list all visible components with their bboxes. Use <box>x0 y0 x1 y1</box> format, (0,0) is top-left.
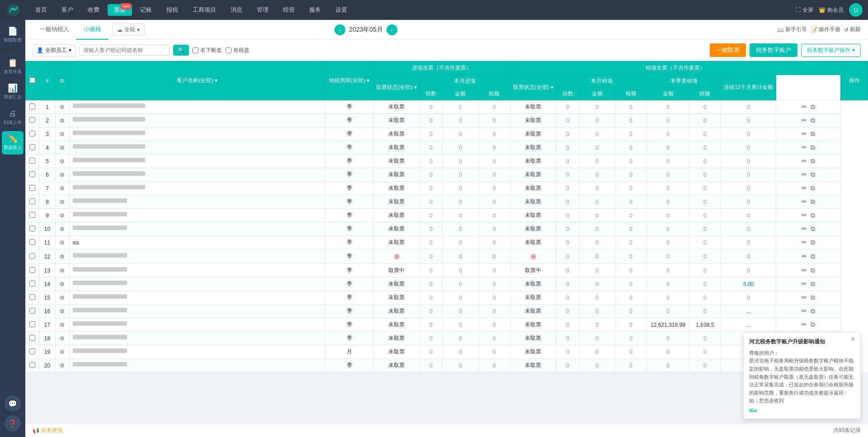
edit-icon[interactable]: ✏ <box>801 117 808 124</box>
row-settings-cell[interactable]: ⚙ <box>56 222 69 236</box>
own-accounts-checkbox[interactable] <box>193 47 198 53</box>
row-checkbox-cell[interactable] <box>26 277 39 291</box>
copy-icon[interactable]: ⧉ <box>810 103 816 110</box>
row-settings-cell[interactable]: ⚙ <box>56 100 69 114</box>
copy-icon[interactable]: ⧉ <box>810 321 816 328</box>
edit-icon[interactable]: ✏ <box>801 294 808 301</box>
row-settings-cell[interactable]: ⚙ <box>56 114 69 127</box>
refresh-btn[interactable]: ↺ 刷新 <box>844 26 861 33</box>
row-settings-cell[interactable]: ⚙ <box>56 141 69 155</box>
row-settings-cell[interactable]: ⚙ <box>56 277 69 291</box>
row-settings-icon[interactable]: ⚙ <box>60 268 65 274</box>
copy-icon[interactable]: ⧉ <box>810 157 816 164</box>
row-checkbox[interactable] <box>29 308 35 314</box>
tab-general-taxpayer[interactable]: 一般纳税人 <box>33 20 76 40</box>
row-settings-cell[interactable]: ⚙ <box>56 249 69 264</box>
tax-disk-checkbox[interactable] <box>226 47 231 53</box>
row-checkbox[interactable] <box>29 171 35 177</box>
row-checkbox-cell[interactable] <box>26 114 39 127</box>
row-checkbox-cell[interactable] <box>26 155 39 168</box>
row-checkbox-cell[interactable] <box>26 209 39 222</box>
nav-billing[interactable]: 收费 <box>81 4 106 16</box>
row-checkbox-cell[interactable] <box>26 195 39 209</box>
row-settings-cell[interactable]: ⚙ <box>56 264 69 277</box>
row-checkbox-cell[interactable] <box>26 249 39 264</box>
row-checkbox[interactable] <box>29 321 35 327</box>
sidebar-item-scan-upload[interactable]: 🖨 扫描上传 <box>2 106 24 129</box>
row-checkbox[interactable] <box>29 117 35 123</box>
notification-close-btn[interactable]: ✕ <box>850 335 856 343</box>
checkbox-has-tax-disk[interactable]: 有税盘 <box>226 47 250 54</box>
nav-settings[interactable]: 设置 <box>329 4 354 16</box>
row-settings-icon[interactable]: ⚙ <box>60 172 65 178</box>
row-settings-icon[interactable]: ⚙ <box>60 145 65 151</box>
edit-icon[interactable]: ✏ <box>801 211 808 219</box>
row-settings-icon[interactable]: ⚙ <box>60 185 65 192</box>
sidebar-item-invoice-entry[interactable]: ✏️ 票据录入 <box>2 131 24 155</box>
row-settings-icon[interactable]: ⚙ <box>60 212 65 219</box>
row-checkbox[interactable] <box>29 281 35 287</box>
edit-icon[interactable]: ✏ <box>801 321 808 328</box>
row-checkbox[interactable] <box>29 212 35 218</box>
row-checkbox[interactable] <box>29 103 35 109</box>
row-settings-icon[interactable]: ⚙ <box>60 349 65 355</box>
copy-icon[interactable]: ⧉ <box>810 294 816 301</box>
row-checkbox[interactable] <box>29 185 35 191</box>
sidebar-help-btn[interactable]: ❓ <box>5 415 21 432</box>
sidebar-chat-btn[interactable]: 💬 <box>5 395 21 412</box>
row-settings-icon[interactable]: ⚙ <box>60 158 65 164</box>
row-checkbox[interactable] <box>29 335 35 341</box>
edit-icon[interactable]: ✏ <box>801 103 808 110</box>
row-checkbox-cell[interactable] <box>26 168 39 182</box>
period-prev-btn[interactable]: ‹ <box>335 24 345 35</box>
row-checkbox-cell[interactable] <box>26 236 39 249</box>
copy-icon[interactable]: ⧉ <box>810 117 816 124</box>
row-checkbox[interactable] <box>29 362 35 368</box>
row-settings-icon[interactable]: ⚙ <box>60 131 65 137</box>
copy-icon[interactable]: ⧉ <box>810 211 816 219</box>
row-checkbox[interactable] <box>29 267 35 273</box>
row-checkbox[interactable] <box>29 144 35 150</box>
user-avatar[interactable]: U <box>849 3 863 17</box>
edit-icon[interactable]: ✏ <box>801 157 808 164</box>
row-checkbox-cell[interactable] <box>26 100 39 114</box>
copy-icon[interactable]: ⧉ <box>810 253 816 260</box>
one-click-ticket-btn[interactable]: 一键取票 <box>710 43 746 57</box>
logo[interactable] <box>5 2 22 18</box>
copy-icon[interactable]: ⧉ <box>810 267 816 274</box>
row-settings-cell[interactable]: ⚙ <box>56 318 69 332</box>
nav-tax[interactable]: 报税 <box>160 4 184 16</box>
edit-icon[interactable]: ✏ <box>801 198 808 205</box>
row-checkbox-cell[interactable] <box>26 127 39 141</box>
nav-service[interactable]: 服务 <box>303 4 327 16</box>
edit-icon[interactable]: ✏ <box>801 239 808 246</box>
col-checkbox-header[interactable] <box>26 61 39 100</box>
edit-icon[interactable]: ✏ <box>801 280 808 287</box>
row-settings-icon[interactable]: ⚙ <box>60 322 65 328</box>
row-settings-icon[interactable]: ⚙ <box>60 254 65 260</box>
copy-icon[interactable]: ⧉ <box>810 171 816 178</box>
edit-icon[interactable]: ✏ <box>801 144 808 151</box>
sidebar-item-smart-ticket[interactable]: 📄 智能取票 <box>2 23 24 47</box>
edit-icon[interactable]: ✏ <box>801 225 808 232</box>
copy-icon[interactable]: ⧉ <box>810 239 816 246</box>
edit-icon[interactable]: ✏ <box>801 171 808 178</box>
copy-icon[interactable]: ⧉ <box>810 130 816 137</box>
col-settings-header[interactable]: ⚙ <box>56 61 69 100</box>
copy-icon[interactable]: ⧉ <box>810 198 816 205</box>
copy-icon[interactable]: ⧉ <box>810 225 816 232</box>
edit-icon[interactable]: ✏ <box>801 253 808 260</box>
sidebar-item-invoice-summary[interactable]: 📊 票据汇总 <box>2 80 24 104</box>
row-settings-cell[interactable]: ⚙ <box>56 127 69 141</box>
row-settings-cell[interactable]: ⚙ <box>56 155 69 168</box>
row-settings-cell[interactable]: ⚙ <box>56 182 69 195</box>
row-settings-cell[interactable]: ⚙ <box>56 291 69 305</box>
copy-icon[interactable]: ⧉ <box>810 307 816 315</box>
row-checkbox-cell[interactable] <box>26 141 39 155</box>
member-btn[interactable]: 👑 购会员 <box>819 6 844 14</box>
row-checkbox[interactable] <box>29 198 35 204</box>
row-settings-icon[interactable]: ⚙ <box>60 117 65 124</box>
row-checkbox[interactable] <box>29 158 35 164</box>
nav-business[interactable]: 工商项目 <box>186 4 222 16</box>
row-checkbox[interactable] <box>29 294 35 300</box>
